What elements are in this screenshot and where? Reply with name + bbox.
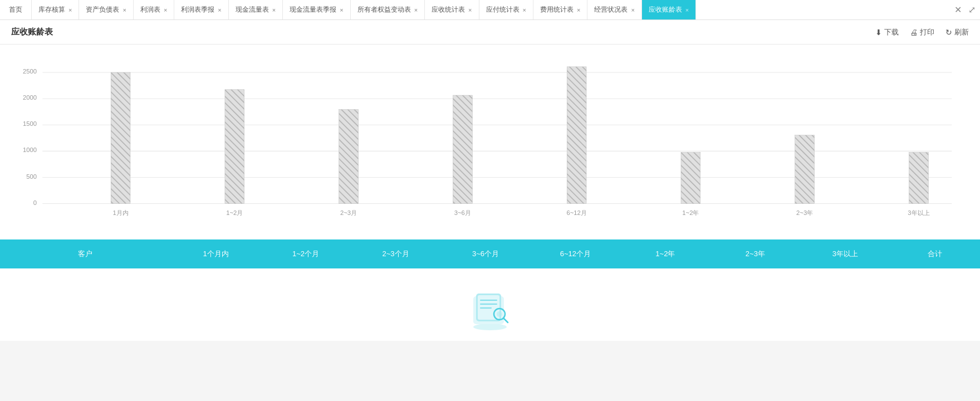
tab-close-icon[interactable]: × bbox=[577, 7, 580, 13]
tab-label: 资产负债表 bbox=[86, 5, 119, 14]
tab-cashflow[interactable]: 现金流量表 × bbox=[229, 0, 283, 20]
x-label-12month: 1~2月 bbox=[226, 209, 243, 216]
col-m12: 1~2个月 bbox=[261, 249, 350, 259]
tab-equity[interactable]: 所有者权益变动表 × bbox=[351, 0, 425, 20]
page-title: 应收账龄表 bbox=[11, 27, 53, 37]
tab-label: 经营状况表 bbox=[594, 5, 628, 14]
tab-close-icon[interactable]: × bbox=[164, 7, 167, 13]
print-button[interactable]: 🖨 打印 bbox=[910, 27, 934, 37]
tab-close-icon[interactable]: × bbox=[68, 7, 72, 13]
tab-label: 应收账龄表 bbox=[649, 5, 682, 14]
bar-23month bbox=[339, 110, 359, 204]
download-label: 下载 bbox=[884, 27, 899, 37]
svg-text:2000: 2000 bbox=[23, 94, 37, 101]
main-content: 0 500 1000 1500 2000 2500 bbox=[0, 45, 980, 341]
print-label: 打印 bbox=[920, 27, 934, 37]
x-label-23year: 2~3年 bbox=[796, 209, 813, 216]
close-window-icon[interactable]: ✕ bbox=[954, 4, 962, 15]
col-y12: 1~2年 bbox=[620, 249, 710, 259]
tab-close-icon[interactable]: × bbox=[218, 7, 221, 13]
download-button[interactable]: ⬇ 下载 bbox=[875, 27, 899, 37]
svg-text:2500: 2500 bbox=[23, 68, 37, 75]
tab-label: 利润表 bbox=[140, 5, 160, 14]
tab-close-icon[interactable]: × bbox=[414, 7, 418, 13]
tab-close-icon[interactable]: × bbox=[523, 7, 526, 13]
tab-home[interactable]: 首页 bbox=[0, 0, 32, 20]
tab-label: 费用统计表 bbox=[540, 5, 574, 14]
tab-label: 库存核算 bbox=[38, 5, 65, 14]
tab-ap-stats[interactable]: 应付统计表 × bbox=[479, 0, 533, 20]
refresh-icon: ↻ bbox=[945, 28, 952, 37]
refresh-button[interactable]: ↻ 刷新 bbox=[945, 27, 969, 37]
x-label-3yearplus: 3年以上 bbox=[908, 209, 929, 216]
bar-3yearplus bbox=[909, 152, 929, 203]
tab-label: 现金流量表季报 bbox=[290, 5, 336, 14]
tab-cashflow-q[interactable]: 现金流量表季报 × bbox=[283, 0, 350, 20]
tab-profit-q[interactable]: 利润表季报 × bbox=[174, 0, 228, 20]
tab-close-icon[interactable]: × bbox=[685, 7, 689, 13]
col-y3plus: 3年以上 bbox=[800, 249, 890, 259]
page-header: 应收账龄表 ⬇ 下载 🖨 打印 ↻ 刷新 bbox=[0, 20, 980, 45]
bar-12month bbox=[225, 90, 244, 204]
tab-close-icon[interactable]: × bbox=[272, 7, 276, 13]
tab-label: 应付统计表 bbox=[486, 5, 520, 14]
tab-label: 现金流量表 bbox=[236, 5, 269, 14]
refresh-label: 刷新 bbox=[954, 27, 969, 37]
bar-chart: 0 500 1000 1500 2000 2500 bbox=[11, 50, 969, 234]
bar-12year bbox=[681, 152, 700, 203]
empty-icon bbox=[462, 285, 518, 335]
tab-close-icon[interactable]: × bbox=[631, 7, 634, 13]
bar-36month bbox=[453, 95, 472, 204]
col-m23: 2~3个月 bbox=[351, 249, 440, 259]
tab-close-icon[interactable]: × bbox=[340, 7, 343, 13]
col-m36: 3~6个月 bbox=[440, 249, 530, 259]
x-label-12year: 1~2年 bbox=[682, 209, 699, 216]
header-actions: ⬇ 下载 🖨 打印 ↻ 刷新 bbox=[875, 27, 969, 37]
col-total: 合计 bbox=[890, 249, 980, 259]
tab-balance-sheet[interactable]: 资产负债表 × bbox=[79, 0, 133, 20]
tab-label: 应收统计表 bbox=[432, 5, 465, 14]
x-label-1month: 1月内 bbox=[112, 209, 128, 216]
svg-point-15 bbox=[473, 324, 507, 330]
download-icon: ⬇ bbox=[875, 28, 882, 37]
bar-23year bbox=[795, 135, 815, 204]
tab-label: 所有者权益变动表 bbox=[357, 5, 411, 14]
svg-text:500: 500 bbox=[26, 173, 37, 180]
svg-text:1000: 1000 bbox=[23, 146, 37, 153]
window-controls: ✕ ⤢ bbox=[950, 4, 980, 15]
tab-label: 利润表季报 bbox=[181, 5, 214, 14]
svg-text:1500: 1500 bbox=[23, 120, 37, 127]
table-header: 客户 1个月内 1~2个月 2~3个月 3~6个月 6~12个月 1~2年 2~… bbox=[0, 239, 980, 268]
tab-close-icon[interactable]: × bbox=[468, 7, 472, 13]
home-tab-label: 首页 bbox=[9, 5, 22, 14]
col-m1: 1个月内 bbox=[171, 249, 261, 259]
chart-area: 0 500 1000 1500 2000 2500 bbox=[0, 45, 980, 239]
svg-point-24 bbox=[497, 311, 502, 317]
tab-ar-stats[interactable]: 应收统计表 × bbox=[425, 0, 479, 20]
col-customer: 客户 bbox=[0, 249, 171, 259]
tab-close-icon[interactable]: × bbox=[122, 7, 126, 13]
tab-profit[interactable]: 利润表 × bbox=[134, 0, 174, 20]
x-label-612month: 6~12月 bbox=[566, 209, 586, 216]
x-label-23month: 2~3月 bbox=[340, 209, 357, 216]
tab-ar-aging[interactable]: 应收账龄表 × bbox=[642, 0, 696, 20]
maximize-window-icon[interactable]: ⤢ bbox=[968, 4, 976, 15]
bar-1month bbox=[111, 72, 130, 203]
svg-line-23 bbox=[503, 318, 508, 322]
empty-state bbox=[0, 268, 980, 341]
bar-612month bbox=[567, 67, 586, 204]
col-m612: 6~12个月 bbox=[531, 249, 620, 259]
tab-expense[interactable]: 费用统计表 × bbox=[533, 0, 587, 20]
print-icon: 🖨 bbox=[910, 28, 918, 37]
tab-operations[interactable]: 经营状况表 × bbox=[587, 0, 641, 20]
tab-inventory[interactable]: 库存核算 × bbox=[32, 0, 79, 20]
svg-text:0: 0 bbox=[33, 199, 37, 206]
col-y23: 2~3年 bbox=[710, 249, 800, 259]
tab-bar: 首页 库存核算 × 资产负债表 × 利润表 × 利润表季报 × 现金流量表 × … bbox=[0, 0, 980, 20]
x-label-36month: 3~6月 bbox=[454, 209, 471, 216]
